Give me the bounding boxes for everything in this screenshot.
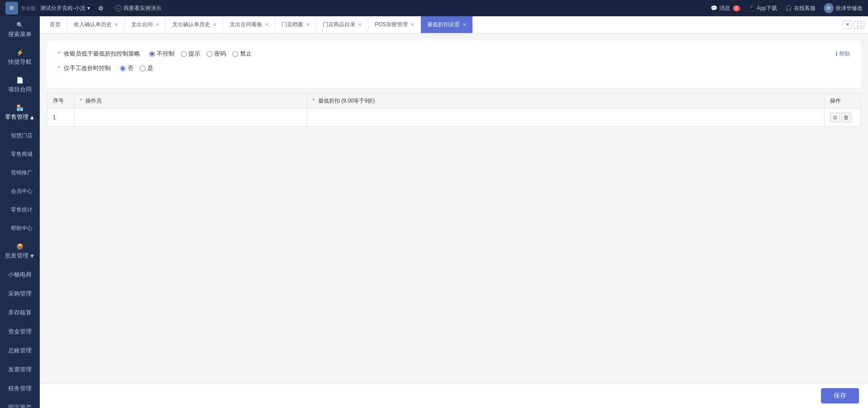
col-operator: * 操作员 [75, 94, 307, 109]
sidebar-item-retail[interactable]: 🏪 零售管理 ▲ [0, 99, 40, 127]
tab-home[interactable]: 首页 [43, 16, 67, 33]
sidebar-item-inventory[interactable]: 库存核算 [0, 303, 40, 322]
form-section: * 收银员低于最低折扣控制策略 不控制 提示 [47, 41, 861, 88]
data-table-wrap: 序号 * 操作员 * 最低折扣 (9.00等于9折) 操作 [47, 93, 861, 127]
manual-row: * 仅手工改价时控制 否 是 [58, 64, 850, 72]
policy-radio-password[interactable] [207, 51, 212, 57]
sidebar-item-retail-stat[interactable]: 零售统计 [0, 201, 40, 219]
sidebar-item-marketing[interactable]: 营销推广 [0, 164, 40, 182]
sidebar-item-finance[interactable]: 资金管理 [0, 322, 40, 341]
policy-option-none[interactable]: 不控制 [149, 50, 175, 58]
tab-close-payment-confirm[interactable]: ✕ [213, 22, 217, 27]
help-link[interactable]: ℹ 帮助 [835, 50, 850, 58]
message-icon: 💬 [711, 5, 717, 11]
tab-store-goods[interactable]: 门店商品目录 ✕ [316, 16, 368, 33]
manual-radio-no[interactable] [120, 66, 126, 71]
policy-row: * 收银员低于最低折扣控制策略 不控制 提示 [58, 50, 850, 58]
logo-icon: 财 [5, 2, 18, 14]
tab-payment-contract[interactable]: 支出合同 ✕ [125, 16, 166, 33]
topbar: 财 专业版 测试分开克程-小况 ▾ ⚙ ○ 我要看实例演示 💬 消息 8 📱 A… [0, 0, 868, 16]
table-body: 1 ⧉ 🗑 [47, 109, 861, 127]
policy-radio-hint[interactable] [181, 51, 187, 57]
tab-actions: ✕ ⛶ [843, 20, 864, 29]
search-icon: 🔍 [16, 22, 24, 28]
tab-close-pos-manage[interactable]: ✕ [410, 22, 414, 27]
user-menu[interactable]: 徐 徐泽华修改 [824, 3, 863, 13]
sidebar-item-help-center[interactable]: 帮助中心 [0, 219, 40, 238]
demo-link[interactable]: ○ 我要看实例演示 [115, 5, 161, 12]
tabbar: 首页 收入确认单历史 ✕ 支出合同 ✕ 支出确认单历史 ✕ 支出合同看板 ✕ 门… [40, 16, 868, 33]
manual-option-no[interactable]: 否 [120, 64, 133, 72]
avatar: 徐 [824, 3, 834, 13]
policy-option-hint[interactable]: 提示 [181, 50, 200, 58]
sidebar-item-assets[interactable]: 固定资产 [0, 398, 40, 408]
tab-close-payment-board[interactable]: ✕ [265, 22, 269, 27]
chevron-down-icon: ▾ [87, 5, 90, 11]
cell-operator[interactable] [75, 109, 307, 127]
tab-min-discount[interactable]: 最低折扣设置 ✕ [421, 16, 473, 33]
tab-close-store-goods[interactable]: ✕ [358, 22, 362, 27]
expand-icon: ▲ [29, 114, 35, 121]
table-header: 序号 * 操作员 * 最低折扣 (9.00等于9折) 操作 [47, 94, 861, 109]
policy-option-password[interactable]: 密码 [207, 50, 226, 58]
manual-option-yes[interactable]: 是 [140, 64, 153, 72]
col-seq: 序号 [47, 94, 75, 109]
tab-payment-board[interactable]: 支出合同看板 ✕ [223, 16, 275, 33]
cell-min-discount[interactable] [307, 109, 824, 127]
tab-close-all-button[interactable]: ✕ [843, 20, 852, 29]
sidebar-item-member[interactable]: 会员中心 [0, 182, 40, 201]
tab-close-income-confirm[interactable]: ✕ [114, 22, 118, 27]
wholesale-expand-icon: ▼ [29, 253, 35, 259]
col-min-discount: * 最低折扣 (9.00等于9折) [307, 94, 824, 109]
tab-store-archive[interactable]: 门店档案 ✕ [275, 16, 316, 33]
download-icon: 📱 [748, 5, 755, 11]
message-button[interactable]: 💬 消息 8 [711, 5, 740, 12]
tab-expand-button[interactable]: ⛶ [854, 21, 864, 29]
tab-pos-manage[interactable]: POS加密管理 ✕ [368, 16, 421, 33]
table-header-row: 序号 * 操作员 * 最低折扣 (9.00等于9折) 操作 [47, 94, 861, 109]
policy-radio-forbid[interactable] [232, 51, 238, 57]
policy-option-forbid[interactable]: 禁止 [232, 50, 252, 58]
sidebar-item-smart-store[interactable]: 智慧门店 [0, 127, 40, 145]
row-copy-icon[interactable]: ⧉ [830, 113, 840, 122]
help-icon: ℹ [835, 51, 838, 57]
sidebar: 🔍 搜索菜单 ⚡ 快捷导航 📄 项目合同 🏪 零售管理 ▲ 智慧门店 零售商城 … [0, 16, 40, 408]
sidebar-item-search[interactable]: 🔍 搜索菜单 [0, 16, 40, 44]
cell-seq: 1 [47, 109, 75, 127]
quicknav-icon: ⚡ [16, 49, 24, 56]
sidebar-item-tax[interactable]: 税务管理 [0, 379, 40, 398]
col-actions: 操作 [825, 94, 861, 109]
app-name: 专业版 [21, 5, 36, 12]
bottom-bar: 保存 [40, 383, 868, 408]
tab-income-confirm[interactable]: 收入确认单历史 ✕ [67, 16, 125, 33]
page-content: * 收银员低于最低折扣控制策略 不控制 提示 [40, 33, 868, 383]
sidebar-item-ledger[interactable]: 总账管理 [0, 341, 40, 360]
tab-close-min-discount[interactable]: ✕ [462, 22, 466, 27]
sidebar-item-small-ecom[interactable]: 小畅电商 [0, 265, 40, 284]
sidebar-item-purchase[interactable]: 采购管理 [0, 284, 40, 303]
sidebar-item-quicknav[interactable]: ⚡ 快捷导航 [0, 44, 40, 71]
content-area: 首页 收入确认单历史 ✕ 支出合同 ✕ 支出确认单历史 ✕ 支出合同看板 ✕ 门… [40, 16, 868, 408]
policy-radio-none[interactable] [149, 51, 155, 57]
policy-radio-group: 不控制 提示 密码 禁止 [149, 50, 252, 58]
sidebar-item-invoice[interactable]: 发票管理 [0, 360, 40, 379]
manual-radio-yes[interactable] [140, 66, 146, 71]
save-button[interactable]: 保存 [821, 388, 859, 403]
contract-icon: 📄 [16, 77, 24, 84]
sidebar-item-wholesale[interactable]: 📦 批发管理 ▼ [0, 238, 40, 265]
row-delete-icon[interactable]: 🗑 [841, 113, 851, 122]
tab-close-store-archive[interactable]: ✕ [306, 22, 310, 27]
sidebar-item-ecommerce[interactable]: 零售商城 [0, 145, 40, 164]
sidebar-item-contract[interactable]: 📄 项目合同 [0, 71, 40, 99]
project-selector[interactable]: 测试分开克程-小况 ▾ [40, 5, 90, 12]
main-layout: 🔍 搜索菜单 ⚡ 快捷导航 📄 项目合同 🏪 零售管理 ▲ 智慧门店 零售商城 … [0, 16, 868, 408]
tab-close-payment-contract[interactable]: ✕ [156, 22, 159, 27]
app-download-button[interactable]: 📱 App下载 [748, 5, 777, 12]
online-support-button[interactable]: 🎧 在线客服 [785, 5, 816, 12]
topbar-right: 💬 消息 8 📱 App下载 🎧 在线客服 徐 徐泽华修改 [711, 3, 863, 13]
policy-label: * 收银员低于最低折扣控制策略 [58, 50, 140, 58]
demo-icon: ○ [115, 5, 122, 11]
tab-payment-confirm[interactable]: 支出确认单历史 ✕ [166, 16, 223, 33]
retail-icon: 🏪 [16, 104, 24, 111]
settings-icon[interactable]: ⚙ [98, 5, 104, 12]
